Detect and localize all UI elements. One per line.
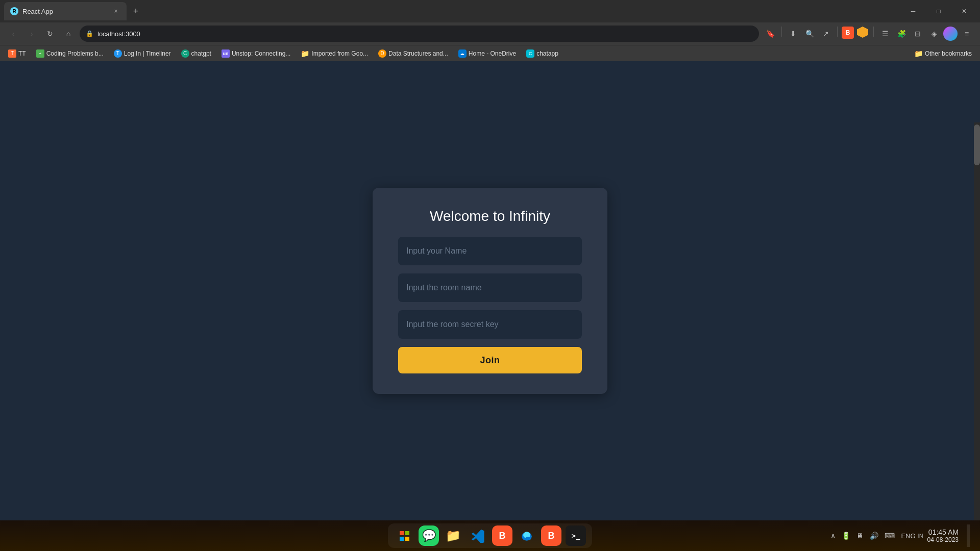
navigation-bar: ‹ › ↻ ⌂ 🔒 localhost:3000 🔖 ⬇ 🔍 ↗ B ☰ 🧩 ⊟… bbox=[0, 22, 980, 45]
new-tab-button[interactable]: + bbox=[129, 4, 143, 18]
profile-avatar[interactable] bbox=[943, 27, 958, 41]
tray-network[interactable]: 🖥 bbox=[854, 530, 866, 542]
taskbar: 💬 📁 B B >_ ∧ 🔋 🖥 🔊 ⌨ bbox=[0, 520, 980, 551]
address-bar[interactable]: 🔒 localhost:3000 bbox=[80, 26, 759, 42]
tray-chevron[interactable]: ∧ bbox=[828, 530, 838, 542]
bookmarks-bar: T TT + Coding Problems b... T Log In | T… bbox=[0, 45, 980, 61]
room-name-input[interactable] bbox=[398, 273, 582, 302]
taskbar-brave2[interactable]: B bbox=[541, 525, 561, 546]
taskbar-terminal[interactable]: >_ bbox=[566, 525, 586, 546]
nav-right-buttons: 🔖 ⬇ 🔍 ↗ B ☰ 🧩 ⊟ ◈ ≡ bbox=[763, 27, 974, 41]
lang-label: ENG bbox=[901, 532, 915, 540]
url-text: localhost:3000 bbox=[97, 30, 140, 38]
card-title: Welcome to Infinity bbox=[430, 208, 550, 224]
bookmark-unstop-label: Unstop: Connecting... bbox=[232, 50, 290, 57]
lang-region: ENG IN bbox=[901, 532, 923, 540]
download-button[interactable]: ⬇ bbox=[786, 27, 800, 41]
start-button[interactable] bbox=[394, 525, 414, 546]
bookmark-chatapp[interactable]: C chatapp bbox=[522, 47, 562, 60]
login-card: Welcome to Infinity Join bbox=[373, 188, 607, 394]
taskbar-whatsapp[interactable]: 💬 bbox=[419, 525, 439, 546]
page-content: Welcome to Infinity Join bbox=[0, 61, 980, 520]
bookmark-timeliner-label: Log In | Timeliner bbox=[124, 50, 171, 57]
taskbar-right: ∧ 🔋 🖥 🔊 ⌨ ENG IN 01:45 AM 04-08-2023 bbox=[592, 524, 970, 547]
bookmark-onedrive[interactable]: ☁ Home - OneDrive bbox=[454, 47, 520, 60]
system-tray: ∧ 🔋 🖥 🔊 ⌨ bbox=[828, 530, 897, 542]
bookmark-dsa[interactable]: D Data Structures and... bbox=[374, 47, 452, 60]
tab-bar: R React App × + bbox=[4, 0, 897, 22]
scrollbar-thumb[interactable] bbox=[974, 124, 980, 165]
win-square-4 bbox=[405, 537, 409, 541]
favicon-text: R bbox=[12, 9, 16, 14]
maximize-button[interactable]: □ bbox=[927, 3, 950, 19]
taskbar-edge[interactable] bbox=[517, 525, 537, 546]
bookmark-imported[interactable]: 📁 Imported from Goo... bbox=[297, 47, 372, 60]
date-text: 04-08-2023 bbox=[927, 536, 959, 543]
tray-volume[interactable]: 🔊 bbox=[868, 530, 880, 542]
join-button[interactable]: Join bbox=[398, 347, 582, 373]
title-bar: R React App × + ─ □ ✕ bbox=[0, 0, 980, 22]
tray-keyboard[interactable]: ⌨ bbox=[883, 530, 897, 542]
other-bookmarks-icon: 📁 bbox=[914, 49, 923, 58]
other-bookmarks-label: Other bookmarks bbox=[925, 50, 972, 57]
wallet-button[interactable]: ◈ bbox=[927, 27, 941, 41]
bookmark-coding[interactable]: + Coding Problems b... bbox=[32, 47, 108, 60]
bookmark-chatapp-label: chatapp bbox=[536, 50, 558, 57]
svg-point-2 bbox=[525, 537, 531, 540]
bookmark-unstop-icon: un bbox=[222, 49, 230, 58]
taskbar-vscode[interactable] bbox=[468, 525, 488, 546]
divider bbox=[781, 27, 782, 37]
bookmark-tt[interactable]: T TT bbox=[4, 47, 30, 60]
tab-title: React App bbox=[22, 8, 107, 15]
bookmark-coding-icon: + bbox=[36, 49, 44, 58]
reload-button[interactable]: ↻ bbox=[43, 27, 57, 41]
shield-warning-icon[interactable] bbox=[857, 27, 868, 38]
bookmark-chatgpt-icon: C bbox=[181, 49, 189, 58]
win-square-3 bbox=[400, 537, 404, 541]
menu-button[interactable]: ≡ bbox=[960, 27, 974, 41]
bookmark-chatapp-icon: C bbox=[526, 49, 534, 58]
bookmark-tt-label: TT bbox=[18, 50, 26, 57]
bookmark-onedrive-label: Home - OneDrive bbox=[469, 50, 516, 57]
taskbar-brave[interactable]: B bbox=[492, 525, 512, 546]
share-button[interactable]: ↗ bbox=[819, 27, 833, 41]
reader-button[interactable]: ☰ bbox=[878, 27, 892, 41]
forward-button[interactable]: › bbox=[24, 27, 39, 41]
other-bookmarks[interactable]: 📁 Other bookmarks bbox=[910, 47, 976, 60]
home-button[interactable]: ⌂ bbox=[61, 27, 76, 41]
bookmark-tt-icon: T bbox=[8, 49, 16, 58]
tray-battery[interactable]: 🔋 bbox=[840, 530, 852, 542]
bookmark-button[interactable]: 🔖 bbox=[763, 27, 777, 41]
bookmark-onedrive-icon: ☁ bbox=[458, 49, 467, 58]
divider2 bbox=[837, 27, 838, 37]
win-square-2 bbox=[405, 531, 409, 535]
time-text: 01:45 AM bbox=[927, 528, 959, 536]
bookmark-timeliner[interactable]: T Log In | Timeliner bbox=[110, 47, 175, 60]
zoom-button[interactable]: 🔍 bbox=[802, 27, 817, 41]
name-input[interactable] bbox=[398, 237, 582, 265]
extensions-button[interactable]: 🧩 bbox=[894, 27, 909, 41]
scrollbar[interactable] bbox=[974, 122, 980, 520]
taskbar-files[interactable]: 📁 bbox=[443, 525, 463, 546]
bookmark-chatgpt[interactable]: C chatgpt bbox=[177, 47, 215, 60]
close-button[interactable]: ✕ bbox=[952, 3, 976, 19]
clock-display[interactable]: 01:45 AM 04-08-2023 bbox=[927, 528, 959, 543]
bookmark-imported-icon: 📁 bbox=[301, 49, 309, 58]
taskbar-center: 💬 📁 B B >_ bbox=[388, 523, 592, 548]
bookmark-dsa-label: Data Structures and... bbox=[388, 50, 448, 57]
room-secret-input[interactable] bbox=[398, 310, 582, 339]
sidebar-button[interactable]: ⊟ bbox=[911, 27, 925, 41]
window-controls: ─ □ ✕ bbox=[901, 3, 976, 19]
back-button[interactable]: ‹ bbox=[6, 27, 20, 41]
tab-favicon: R bbox=[10, 7, 18, 15]
brave-shields-icon[interactable]: B bbox=[842, 27, 854, 39]
bookmark-unstop[interactable]: un Unstop: Connecting... bbox=[217, 47, 295, 60]
active-tab[interactable]: R React App × bbox=[4, 2, 127, 20]
lock-icon: 🔒 bbox=[86, 30, 93, 37]
win-square-1 bbox=[400, 531, 404, 535]
tab-close-button[interactable]: × bbox=[111, 7, 120, 16]
bookmark-timeliner-icon: T bbox=[114, 49, 122, 58]
show-desktop-button[interactable] bbox=[967, 524, 970, 547]
minimize-button[interactable]: ─ bbox=[901, 3, 925, 19]
bookmark-chatgpt-label: chatgpt bbox=[191, 50, 211, 57]
